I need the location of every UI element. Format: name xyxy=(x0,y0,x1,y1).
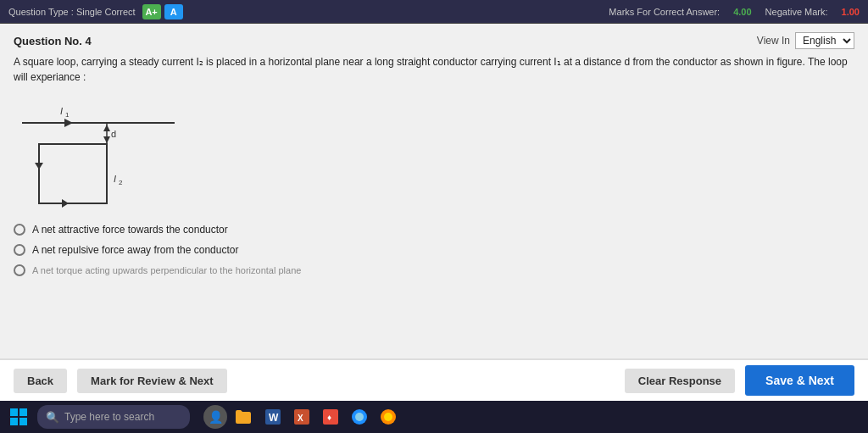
top-bar: Question Type : Single Correct A+ A Mark… xyxy=(0,0,868,24)
taskbar-word-icon[interactable]: W xyxy=(261,405,285,429)
option-b[interactable]: A net repulsive force away from the cond… xyxy=(14,244,854,256)
negative-value: 1.00 xyxy=(842,7,860,17)
option-c-radio[interactable] xyxy=(14,264,25,276)
option-a-radio[interactable] xyxy=(14,224,25,236)
svg-rect-13 xyxy=(10,408,18,416)
svg-text:X: X xyxy=(298,414,303,423)
taskbar-app-icons: 👤 W X ♦ xyxy=(203,405,400,429)
main-content: Question No. 4 View In English A square … xyxy=(0,24,868,358)
view-in-section: View In English xyxy=(757,32,854,49)
options-list: A net attractive force towards the condu… xyxy=(14,224,854,276)
taskbar-search[interactable]: 🔍 Type here to search xyxy=(37,405,190,429)
taskbar-excel-icon[interactable]: X xyxy=(290,405,314,429)
svg-text:d: d xyxy=(111,129,116,139)
svg-rect-16 xyxy=(19,418,27,425)
svg-marker-6 xyxy=(103,136,110,143)
badge-a-plus: A+ xyxy=(142,4,161,19)
svg-rect-14 xyxy=(19,408,27,416)
svg-text:I: I xyxy=(60,106,63,116)
badge-a: A xyxy=(164,4,183,19)
back-button[interactable]: Back xyxy=(14,369,67,393)
option-b-text: A net repulsive force away from the cond… xyxy=(32,244,238,256)
bottom-toolbar: Back Mark for Review & Next Clear Respon… xyxy=(0,358,868,401)
marks-value: 4.00 xyxy=(733,7,751,17)
svg-marker-9 xyxy=(35,163,43,169)
figure-area: I 1 d I 2 xyxy=(14,93,854,215)
question-header: Question No. 4 View In English xyxy=(14,32,854,49)
view-in-label: View In xyxy=(757,35,790,47)
svg-text:1: 1 xyxy=(65,111,70,119)
save-next-button[interactable]: Save & Next xyxy=(745,365,854,396)
taskbar-folder-icon[interactable] xyxy=(232,405,256,429)
svg-text:♦: ♦ xyxy=(327,413,331,422)
svg-text:I: I xyxy=(114,174,116,184)
taskbar-app1-icon[interactable]: ♦ xyxy=(319,405,342,429)
svg-point-24 xyxy=(355,413,364,421)
marks-label: Marks For Correct Answer: xyxy=(609,7,720,17)
taskbar: 🔍 Type here to search 👤 W X ♦ xyxy=(0,401,868,433)
windows-logo-icon xyxy=(10,408,27,425)
question-type-label: Question Type : Single Correct xyxy=(8,7,136,17)
svg-marker-10 xyxy=(62,199,69,208)
windows-start-button[interactable] xyxy=(7,405,31,429)
option-a[interactable]: A net attractive force towards the condu… xyxy=(14,224,854,236)
option-c[interactable]: A net torque acting upwards perpendicula… xyxy=(14,264,854,276)
svg-rect-8 xyxy=(39,144,107,203)
search-placeholder-text: Type here to search xyxy=(64,411,154,423)
svg-text:2: 2 xyxy=(119,179,123,186)
svg-marker-5 xyxy=(103,125,110,131)
question-number: Question No. 4 xyxy=(14,35,92,47)
question-body-text: A square loop, carrying a steady current… xyxy=(14,56,848,83)
svg-text:W: W xyxy=(269,412,279,424)
option-b-radio[interactable] xyxy=(14,244,25,256)
taskbar-browser-icon[interactable] xyxy=(348,405,371,429)
language-select[interactable]: English xyxy=(795,32,854,49)
svg-rect-15 xyxy=(10,418,18,425)
svg-marker-1 xyxy=(64,119,73,127)
mark-review-button[interactable]: Mark for Review & Next xyxy=(77,369,227,393)
taskbar-app2-icon[interactable] xyxy=(376,405,400,429)
negative-label: Negative Mark: xyxy=(765,7,828,17)
physics-diagram: I 1 d I 2 xyxy=(14,93,183,212)
svg-point-26 xyxy=(384,413,392,421)
marks-section: Marks For Correct Answer: 4.00 Negative … xyxy=(609,7,860,17)
clear-response-button[interactable]: Clear Response xyxy=(625,369,735,393)
question-text: A square loop, carrying a steady current… xyxy=(14,54,854,85)
taskbar-avatar-icon[interactable]: 👤 xyxy=(203,405,227,429)
search-icon: 🔍 xyxy=(46,411,59,424)
option-a-text: A net attractive force towards the condu… xyxy=(32,224,228,236)
option-c-text: A net torque acting upwards perpendicula… xyxy=(32,265,301,275)
